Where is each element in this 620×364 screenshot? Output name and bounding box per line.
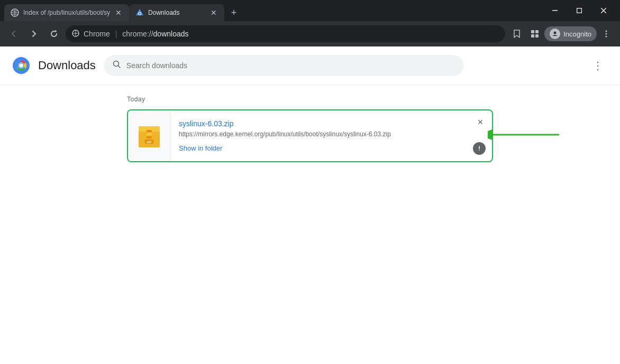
svg-rect-15 [531, 34, 534, 38]
svg-rect-13 [531, 30, 534, 33]
more-menu-button[interactable] [598, 25, 615, 42]
minimize-button[interactable] [543, 2, 567, 19]
downloads-more-button[interactable]: ⋮ [588, 56, 607, 75]
svg-rect-5 [552, 10, 558, 11]
page-title: Downloads [38, 59, 96, 72]
forward-button[interactable] [25, 25, 42, 42]
address-text: Chrome | chrome://downloads [84, 30, 499, 38]
maximize-button[interactable] [567, 2, 591, 19]
svg-rect-32 [147, 136, 152, 138]
search-box[interactable] [104, 55, 464, 76]
show-in-folder-link[interactable]: Show in folder [179, 144, 222, 152]
svg-point-38 [479, 150, 480, 151]
svg-rect-31 [147, 133, 152, 135]
tab-1[interactable]: Index of /pub/linux/utils/boot/sy ✕ [4, 4, 129, 21]
download-actions: Show in folder [179, 143, 484, 153]
arrow-annotation [488, 124, 562, 147]
download-details: syslinux-6.03.zip https://mirrors.edge.k… [170, 110, 492, 161]
tab-1-favicon [11, 8, 19, 17]
svg-line-27 [118, 66, 120, 68]
search-input[interactable] [126, 61, 455, 70]
svg-rect-30 [147, 130, 152, 132]
tab-2-close[interactable]: ✕ [209, 8, 218, 17]
svg-marker-9 [55, 30, 57, 32]
download-item: ZIP syslinux-6.03.zip https://mirrors.ed… [127, 109, 493, 162]
today-label: Today [127, 96, 493, 103]
tab-1-title: Index of /pub/linux/utils/boot/sy [23, 9, 110, 16]
incognito-label: Incognito [563, 30, 591, 38]
svg-point-19 [606, 33, 607, 35]
download-status-icon [473, 142, 486, 155]
incognito-button[interactable]: Incognito [544, 26, 597, 41]
incognito-icon [550, 29, 560, 39]
new-tab-button[interactable]: + [226, 5, 241, 20]
titlebar: Index of /pub/linux/utils/boot/sy ✕ Down… [0, 0, 620, 21]
back-button[interactable] [5, 25, 22, 42]
toolbar-icons: Incognito [508, 25, 615, 42]
remove-download-button[interactable]: ✕ [474, 116, 487, 128]
bookmark-button[interactable] [508, 25, 525, 42]
extensions-button[interactable] [526, 25, 543, 42]
download-url: https://mirrors.edge.kernel.org/pub/linu… [179, 130, 484, 138]
svg-point-17 [554, 32, 557, 34]
tab-1-close[interactable]: ✕ [114, 8, 123, 17]
downloads-list: Today [0, 85, 620, 173]
svg-point-25 [19, 63, 23, 68]
tab-2-title: Downloads [148, 9, 205, 16]
svg-rect-16 [535, 34, 539, 38]
svg-point-18 [606, 31, 607, 32]
downloads-wrapper: ZIP syslinux-6.03.zip https://mirrors.ed… [127, 109, 493, 162]
svg-text:ZIP: ZIP [147, 141, 151, 144]
download-file-icon-area: ZIP [128, 110, 170, 161]
chrome-logo [13, 57, 30, 74]
svg-point-4 [139, 13, 141, 15]
address-protocol: chrome:// [122, 30, 153, 38]
tabs-area: Index of /pub/linux/utils/boot/sy ✕ Down… [4, 0, 543, 21]
svg-rect-14 [535, 30, 539, 33]
tab-2[interactable]: Downloads ✕ [129, 4, 224, 21]
close-button[interactable] [591, 2, 616, 19]
search-icon [113, 60, 121, 71]
address-path: downloads [153, 30, 189, 38]
window-controls [543, 2, 616, 21]
site-name: Chrome [84, 30, 110, 38]
address-site-icon [72, 30, 79, 39]
addressbar: Chrome | chrome://downloads Incognito [0, 21, 620, 46]
address-separator: | [115, 30, 117, 38]
svg-point-20 [606, 36, 607, 38]
reload-button[interactable] [45, 25, 62, 42]
download-filename[interactable]: syslinux-6.03.zip [179, 119, 234, 128]
svg-rect-6 [577, 8, 582, 13]
zip-file-icon: ZIP [138, 122, 161, 150]
page-content: Downloads ⋮ Today [0, 46, 620, 364]
address-field[interactable]: Chrome | chrome://downloads [66, 25, 505, 42]
tab-2-favicon [135, 8, 144, 17]
page-header: Downloads ⋮ [0, 46, 620, 85]
